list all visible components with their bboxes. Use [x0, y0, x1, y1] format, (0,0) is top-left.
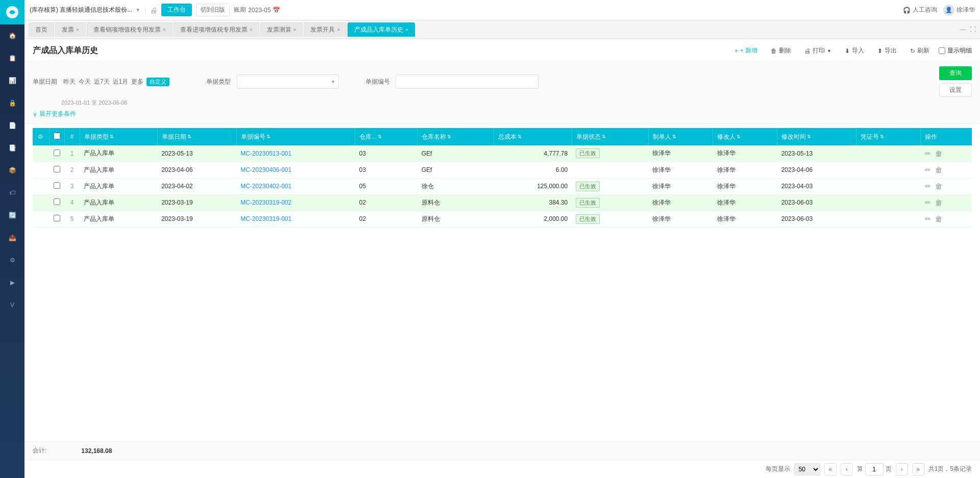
- edit-icon[interactable]: ✏: [925, 215, 931, 223]
- th-number[interactable]: 单据编号 ⇅: [236, 128, 355, 145]
- tab-invoice[interactable]: 发票 ×: [55, 22, 86, 37]
- th-total-cost[interactable]: 总成本 ⇅: [494, 128, 572, 145]
- tab-history-close[interactable]: ×: [405, 27, 408, 33]
- delete-row-icon[interactable]: 🗑: [935, 149, 942, 158]
- number-filter-input[interactable]: [396, 74, 538, 89]
- prev-page-button[interactable]: ‹: [841, 463, 853, 475]
- expand-filter-button[interactable]: ∨ 展开更多条件: [33, 110, 972, 118]
- query-button[interactable]: 查询: [939, 66, 972, 80]
- delete-row-icon[interactable]: 🗑: [935, 198, 942, 207]
- sidebar-item-gear[interactable]: ⚙: [0, 249, 24, 271]
- help-button[interactable]: 🎧 人工咨询: [903, 6, 937, 14]
- switch-version-button[interactable]: 切到旧版: [196, 4, 230, 16]
- sidebar-item-upload[interactable]: 📤: [0, 227, 24, 249]
- tab-check-sales-close[interactable]: ×: [163, 27, 166, 33]
- th-type-sort[interactable]: 单据类型 ⇅: [84, 133, 114, 141]
- sidebar-item-lock[interactable]: 🔒: [0, 92, 24, 114]
- number-link[interactable]: MC-20230319-001: [240, 215, 291, 222]
- sidebar-item-refresh[interactable]: 🔄: [0, 204, 24, 227]
- row-checkbox[interactable]: [54, 166, 60, 172]
- refresh-button[interactable]: ↻ 刷新: [906, 45, 934, 57]
- delete-row-icon[interactable]: 🗑: [935, 182, 942, 190]
- tab-home[interactable]: 首页: [29, 22, 54, 37]
- date-today[interactable]: 今天: [79, 78, 91, 86]
- date-more[interactable]: 更多: [131, 78, 143, 86]
- first-page-button[interactable]: «: [824, 463, 837, 475]
- page-number-input[interactable]: [865, 463, 884, 475]
- print-button[interactable]: 🖨 打印 ▼: [800, 45, 836, 57]
- row-checkbox[interactable]: [54, 198, 60, 205]
- sidebar-item-stamp[interactable]: 🏷: [0, 182, 24, 204]
- tab-minimize-icon[interactable]: —: [960, 26, 966, 33]
- date-custom[interactable]: 自定义: [146, 78, 169, 86]
- page-size-select[interactable]: 50 10 20 100: [794, 463, 820, 475]
- th-status-sort[interactable]: 单据状态 ⇅: [576, 133, 606, 141]
- th-wcode-sort[interactable]: 仓库... ⇅: [359, 133, 382, 141]
- th-status[interactable]: 单据状态 ⇅: [572, 128, 648, 145]
- tab-invoice-close[interactable]: ×: [76, 27, 79, 33]
- cell-number[interactable]: MC-20230319-001: [236, 211, 355, 227]
- cell-check[interactable]: [49, 211, 64, 227]
- tab-open[interactable]: 发票开具 ×: [304, 22, 347, 37]
- cell-number[interactable]: MC-20230406-001: [236, 162, 355, 178]
- cell-number[interactable]: MC-20230319-002: [236, 194, 355, 211]
- new-button[interactable]: + + 新增: [730, 45, 762, 57]
- th-wname-sort[interactable]: 仓库名称 ⇅: [422, 133, 451, 141]
- th-settings[interactable]: ⚙: [33, 128, 49, 145]
- workbench-button[interactable]: 工作台: [161, 4, 192, 16]
- tab-check-purchase[interactable]: 查看进项增值税专用发票 ×: [174, 22, 259, 37]
- tab-calc[interactable]: 发票测算 ×: [260, 22, 303, 37]
- number-link[interactable]: MC-20230319-002: [240, 199, 291, 206]
- row-checkbox[interactable]: [54, 149, 60, 156]
- th-cost-sort[interactable]: 总成本 ⇅: [498, 133, 522, 141]
- th-date[interactable]: 单据日期 ⇅: [157, 128, 236, 145]
- sidebar-item-warehouse[interactable]: 📦: [0, 159, 24, 182]
- th-modifier[interactable]: 修改人 ⇅: [713, 128, 777, 145]
- edit-icon[interactable]: ✏: [925, 149, 931, 158]
- set-button[interactable]: 设置: [939, 83, 972, 97]
- cell-check[interactable]: [49, 194, 64, 211]
- display-switch-label[interactable]: 显示明细: [939, 46, 972, 55]
- th-warehouse-name[interactable]: 仓库名称 ⇅: [418, 128, 494, 145]
- tab-calc-close[interactable]: ×: [293, 27, 297, 33]
- date-7days[interactable]: 近7天: [94, 78, 110, 86]
- sidebar-item-home[interactable]: 🏠: [0, 24, 24, 47]
- import-button[interactable]: ⬇ 导入: [841, 45, 868, 57]
- th-creator[interactable]: 制单人 ⇅: [648, 128, 713, 145]
- sidebar-item-doc[interactable]: 📄: [0, 114, 24, 137]
- export-button[interactable]: ⬆ 导出: [873, 45, 901, 57]
- th-warehouse-code[interactable]: 仓库... ⇅: [355, 128, 418, 145]
- cell-number[interactable]: MC-20230513-001: [236, 145, 355, 162]
- sidebar-item-chart[interactable]: 📊: [0, 69, 24, 92]
- tab-history[interactable]: 产成品入库单历史 ×: [348, 22, 415, 37]
- row-checkbox[interactable]: [54, 215, 60, 221]
- tab-maximize-icon[interactable]: ⛶: [970, 26, 976, 33]
- next-page-button[interactable]: ›: [896, 463, 908, 475]
- cell-check[interactable]: [49, 145, 64, 162]
- cell-check[interactable]: [49, 178, 64, 194]
- delete-row-icon[interactable]: 🗑: [935, 166, 942, 174]
- sidebar-item-table[interactable]: 📑: [0, 137, 24, 159]
- number-link[interactable]: MC-20230513-001: [240, 150, 291, 157]
- delete-button[interactable]: 🗑 删除: [767, 45, 795, 57]
- edit-icon[interactable]: ✏: [925, 198, 931, 207]
- edit-icon[interactable]: ✏: [925, 182, 931, 190]
- number-link[interactable]: MC-20230406-001: [240, 166, 291, 173]
- th-creator-sort[interactable]: 制单人 ⇅: [653, 133, 676, 141]
- th-date-sort[interactable]: 单据日期 ⇅: [162, 133, 191, 141]
- th-modifier-sort[interactable]: 修改人 ⇅: [717, 133, 741, 141]
- number-link[interactable]: MC-20230402-001: [240, 183, 291, 190]
- display-switch-checkbox[interactable]: [939, 47, 945, 54]
- th-voucher-sort[interactable]: 凭证号 ⇅: [861, 133, 884, 141]
- tab-check-purchase-close[interactable]: ×: [250, 27, 253, 33]
- date-yesterday[interactable]: 昨天: [63, 78, 76, 86]
- user-menu[interactable]: 👤 徐泽华: [943, 5, 975, 16]
- last-page-button[interactable]: »: [912, 463, 924, 475]
- tab-check-sales[interactable]: 查看销项增值税专用发票 ×: [87, 22, 173, 37]
- th-voucher[interactable]: 凭证号 ⇅: [856, 128, 921, 145]
- sidebar-item-play[interactable]: ▶: [0, 271, 24, 294]
- th-mtime-sort[interactable]: 修改时间 ⇅: [781, 133, 811, 141]
- date-1month[interactable]: 近1月: [113, 78, 129, 86]
- select-all-checkbox[interactable]: [54, 133, 60, 139]
- sidebar-item-invoice[interactable]: 📋: [0, 47, 24, 69]
